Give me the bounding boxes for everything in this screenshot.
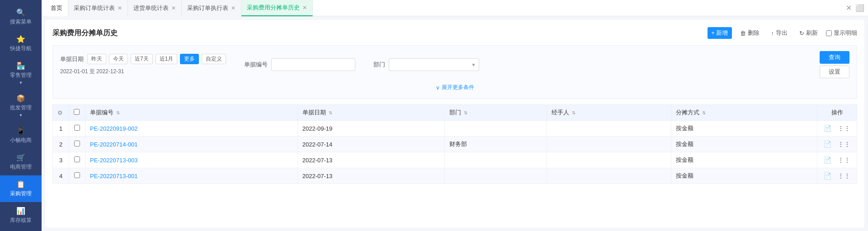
row-actions: 📄 ⋮⋮: [817, 168, 857, 184]
tab-close-icon[interactable]: ✕: [171, 5, 176, 11]
more-action-icon[interactable]: ⋮⋮: [836, 140, 852, 149]
refresh-button[interactable]: ↻ 刷新: [796, 27, 821, 39]
view-action-icon[interactable]: 📄: [822, 156, 833, 165]
th-doc-date-label: 单据日期: [302, 108, 326, 117]
th-actions: 操作: [817, 105, 857, 121]
custom-btn[interactable]: 自定义: [202, 54, 226, 64]
filter-row-1: 单据日期 昨天 今天 近7天 近1月 更多 自定义 2022-01-01 至 2…: [60, 51, 849, 78]
th-split-method[interactable]: 分摊方式 ⇅: [671, 105, 817, 121]
tab-close-icon[interactable]: ✕: [118, 5, 122, 11]
sidebar-item-mini-app[interactable]: 📱 小畅电商: [0, 122, 42, 149]
row-doc-no: PE-20220713-001: [85, 168, 298, 184]
docno-input[interactable]: [271, 58, 355, 71]
sort-split-method-icon[interactable]: ⇅: [702, 110, 706, 115]
row-doc-date: 2022-09-19: [297, 121, 444, 137]
delete-button[interactable]: 🗑 删除: [736, 27, 763, 39]
select-all-checkbox[interactable]: [74, 109, 80, 115]
sort-doc-date-icon[interactable]: ⇅: [329, 110, 332, 115]
tab-close-icon[interactable]: ✕: [302, 5, 307, 10]
maximize-icon[interactable]: ⬜: [855, 4, 864, 12]
filter-settings-button[interactable]: 设置: [820, 66, 849, 78]
row-doc-no: PE-20220713-003: [85, 152, 298, 168]
th-doc-date[interactable]: 单据日期 ⇅: [297, 105, 444, 121]
sort-handler-icon[interactable]: ⇅: [572, 110, 576, 115]
view-action-icon[interactable]: 📄: [822, 171, 833, 180]
sort-dept-icon[interactable]: ⇅: [464, 110, 467, 115]
sidebar-item-inventory[interactable]: 📊 库存核算: [0, 202, 42, 229]
today-btn[interactable]: 今天: [109, 54, 128, 64]
delete-icon: 🗑: [740, 30, 746, 37]
purchase-icon: 📋: [16, 180, 25, 189]
export-button[interactable]: ↑ 导出: [768, 27, 792, 39]
more-btn[interactable]: 更多: [180, 54, 199, 64]
sidebar-item-finance[interactable]: 💰 资金管理: [0, 229, 42, 231]
tab-purchase-order-stat[interactable]: 采购订单统计表 ✕: [68, 0, 128, 16]
docno-filter-group: 单据编号: [244, 58, 355, 71]
more-action-icon[interactable]: ⋮⋮: [836, 156, 852, 165]
row-doc-date: 2022-07-13: [297, 152, 444, 168]
tab-purchase-order-exec[interactable]: 采购订单执行表 ✕: [182, 0, 241, 16]
show-columns-checkbox[interactable]: 显示明细: [826, 29, 857, 37]
sort-doc-no-icon[interactable]: ⇅: [116, 110, 120, 115]
table-header: ⚙ 单据编号 ⇅ 单据日期 ⇅: [53, 105, 857, 121]
th-dept[interactable]: 部门 ⇅: [444, 105, 547, 121]
tab-close-icon[interactable]: ✕: [231, 5, 236, 11]
row-checkbox: [69, 152, 85, 168]
row-actions: 📄 ⋮⋮: [817, 137, 857, 152]
row-select-checkbox[interactable]: [74, 125, 80, 131]
tab-home[interactable]: 首页: [45, 0, 68, 16]
doc-no-link[interactable]: PE-20220713-001: [90, 173, 138, 179]
row-index: 3: [53, 152, 69, 168]
sidebar-item-search[interactable]: 🔍 搜索菜单: [0, 4, 42, 30]
row-split-method: 按金额: [671, 137, 817, 152]
show-columns-input[interactable]: [826, 30, 832, 36]
row-dept: [444, 152, 547, 168]
more-action-icon[interactable]: ⋮⋮: [836, 124, 852, 133]
row-doc-date: 2022-07-13: [297, 168, 444, 184]
last7days-btn[interactable]: 近7天: [131, 54, 153, 64]
expand-conditions-button[interactable]: ∨ 展开更多条件: [430, 82, 480, 93]
yesterday-btn[interactable]: 昨天: [87, 54, 106, 64]
doc-no-link[interactable]: PE-20220713-003: [90, 157, 138, 164]
retail-icon: 🏪: [16, 61, 25, 70]
add-button[interactable]: + 新增: [708, 27, 731, 39]
settings-icon[interactable]: ⚙: [57, 109, 63, 116]
th-handler[interactable]: 经手人 ⇅: [547, 105, 671, 121]
sidebar-item-quick-nav[interactable]: ⭐ 快捷导航: [0, 30, 42, 57]
sidebar-item-label: 库存核算: [10, 217, 32, 224]
th-settings[interactable]: ⚙: [53, 105, 69, 121]
sidebar-item-wholesale[interactable]: 📦 批发管理 ▼: [0, 90, 42, 122]
tab-label: 进货单统计表: [133, 4, 169, 12]
row-select-checkbox[interactable]: [74, 172, 80, 178]
tab-label: 采购订单统计表: [74, 4, 115, 12]
sidebar-item-retail[interactable]: 🏪 零售管理 ▼: [0, 57, 42, 90]
tab-purchase-cost-history[interactable]: 采购费用分摊单历史 ✕: [241, 0, 313, 16]
row-select-checkbox[interactable]: [74, 141, 80, 146]
filter-area: 单据日期 昨天 今天 近7天 近1月 更多 自定义 2022-01-01 至 2…: [52, 45, 857, 99]
dept-select[interactable]: 财务部: [389, 58, 479, 71]
doc-no-link[interactable]: PE-20220919-002: [90, 125, 138, 132]
more-action-icon[interactable]: ⋮⋮: [836, 171, 852, 180]
row-index: 2: [53, 137, 69, 152]
row-actions: 📄 ⋮⋮: [817, 152, 857, 168]
row-checkbox: [69, 137, 85, 152]
doc-no-link[interactable]: PE-20220714-001: [90, 141, 138, 148]
row-select-checkbox[interactable]: [74, 156, 80, 162]
last1month-btn[interactable]: 近1月: [156, 54, 178, 64]
th-doc-no[interactable]: 单据编号 ⇅: [85, 105, 298, 121]
view-action-icon[interactable]: 📄: [822, 124, 833, 133]
search-button[interactable]: 查询: [820, 51, 849, 64]
view-action-icon[interactable]: 📄: [822, 140, 833, 149]
dept-filter-group: 部门 财务部: [373, 58, 479, 71]
inventory-icon: 📊: [16, 207, 25, 215]
close-window-icon[interactable]: ✕: [846, 4, 852, 12]
data-table: ⚙ 单据编号 ⇅ 单据日期 ⇅: [52, 104, 857, 184]
table-row: 4 PE-20220713-001 2022-07-13 按金额 📄 ⋮⋮: [53, 168, 857, 184]
sidebar-item-ecommerce[interactable]: 🛒 电商管理: [0, 149, 42, 175]
row-handler: [547, 121, 671, 137]
sidebar-item-purchase[interactable]: 📋 采购管理: [0, 175, 42, 202]
date-filter-buttons: 昨天 今天 近7天 近1月 更多 自定义: [87, 54, 226, 64]
page-title: 采购费用分摊单历史: [52, 28, 708, 38]
tab-goods-in-stat[interactable]: 进货单统计表 ✕: [128, 0, 182, 16]
tab-bar: 首页 采购订单统计表 ✕ 进货单统计表 ✕ 采购订单执行表 ✕ 采购费用分摊单历…: [42, 0, 868, 16]
